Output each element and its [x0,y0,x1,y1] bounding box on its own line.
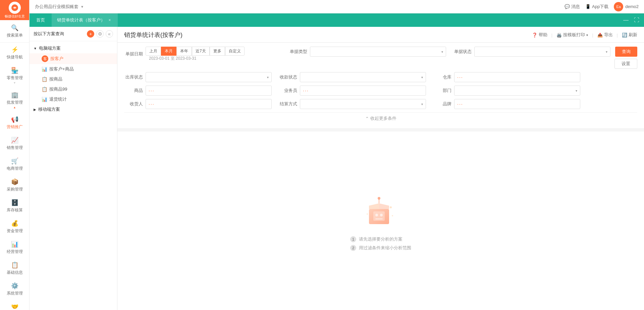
sidebar-item-system[interactable]: ⚙️ 系统管理 [0,279,30,300]
help-label: 帮助 [539,32,547,38]
desktop-scheme-title[interactable]: ▼ 电脑端方案 [30,43,117,53]
sidebar-item-purchase[interactable]: 📦 采购管理 [0,175,30,196]
date-btn-more[interactable]: 更多 [210,47,225,56]
doc-type-select[interactable] [310,47,446,57]
svg-marker-2 [369,203,379,209]
salesperson-label: 业务员 [278,88,300,94]
department-select[interactable] [454,86,580,96]
scheme-item-product99[interactable]: 📋 按商品99 [30,84,117,94]
app-download-btn[interactable]: 📱 App下载 [585,4,608,10]
payment-method-select[interactable] [300,99,426,109]
print-icon: 🖨️ [556,33,562,38]
search-icon: 🔍 [11,24,18,32]
collapse-more-btn[interactable]: ⌃ 收起更多条件 [124,112,637,124]
scheme-item-customer-product[interactable]: 📊 按客户+商品 [30,64,117,74]
sidebar-search[interactable]: 🔍 搜索菜单 [0,20,30,43]
return-label: 退货统计 [49,96,67,102]
tab-bar-right: — ⛶ [622,16,644,24]
workspace-arrow: ▾ [81,4,83,9]
user-profile[interactable]: Ea demo2 [614,2,639,11]
sidebar-item-operations[interactable]: 📊 经营管理 [0,237,30,258]
query-btn[interactable]: 查询 [615,47,637,57]
sidebar-item-basic[interactable]: 📋 基础信息 [0,258,30,279]
settings-icon: ⚙ [98,31,102,37]
sidebar-item-quick-nav[interactable]: ⚡ 快捷导航 [0,43,30,63]
receiver-select[interactable]: ··· [146,99,272,109]
settings-btn[interactable]: 设置 [614,59,637,69]
marketing-icon: 📢 [11,116,18,123]
sidebar-item-inventory[interactable]: 🗄️ 库存核算 [0,196,30,216]
left-panel-title: 按以下方案查询 [34,31,64,37]
svg-point-11 [367,213,368,215]
filter-area: 单据日期 上月 本月 本年 近7天 更多 自定义 2023-03-01 至 20… [117,43,644,128]
purchase-icon: 📦 [11,178,18,186]
scheme-item-customer[interactable]: 客 按客户 [30,53,117,64]
receiver-label: 收货人 [124,101,146,107]
finance-icon: 💰 [11,220,18,227]
sidebar-item-enterprise[interactable]: 🤝 企业协同 [0,300,30,310]
operations-icon: 📊 [11,241,18,248]
svg-point-5 [375,214,378,216]
refresh-btn[interactable]: 🔄 刷新 [622,32,637,38]
scheme-item-icon: 客 [42,55,48,62]
message-btn[interactable]: 💬 消息 [565,4,580,10]
brand-select[interactable]: ··· [454,99,580,109]
tab-maximize-btn[interactable]: ⛶ [633,16,641,24]
page-header: 销货单统计表(按客户) ❓ 帮助 | 🖨️ 按模板打印 ▾ | 📤 [117,27,644,43]
date-btn-custom[interactable]: 自定义 [225,47,245,56]
sidebar: 畅捷信好生意 🔍 搜索菜单 ⚡ 快捷导航 🏪 零售管理 ▾ 🏢 批发管理 ▴ 📢… [0,0,30,310]
out-status-select[interactable] [146,72,272,82]
date-btn-this-year[interactable]: 本年 [176,47,192,56]
maximize-icon: ⛶ [634,17,639,23]
tab-sales-stats[interactable]: 销货单统计表（按客户） × [52,13,118,27]
date-btn-this-month[interactable]: 本月 [161,47,176,56]
wholesale-label: 批发管理 [7,100,23,105]
date-btn-last-month[interactable]: 上月 [146,47,161,56]
empty-tip-1: 1 请先选择要分析的方案 [350,236,411,242]
right-content: 销货单统计表(按客户) ❓ 帮助 | 🖨️ 按模板打印 ▾ | 📤 [117,27,644,310]
salesperson-select[interactable]: ··· [300,86,426,96]
brand-dots: ··· [457,101,463,107]
tab-home[interactable]: 首页 [30,13,52,27]
mobile-scheme-label: 移动端方案 [38,106,60,112]
help-icon: ❓ [532,33,537,38]
product-select[interactable]: ··· [146,86,272,96]
tab-minimize-btn[interactable]: — [622,16,630,24]
sidebar-item-sales[interactable]: 📈 销售管理 [0,133,30,154]
collapse-panel-btn[interactable]: « [106,30,113,38]
warehouse-dots: ··· [457,74,463,80]
mobile-scheme-title[interactable]: ▶ 移动端方案 [30,104,117,114]
scheme-item-return[interactable]: 📊 退货统计 [30,94,117,104]
app-download-icon: 📱 [585,4,591,9]
top-header: 办公用品行业模拟账套 ▾ 💬 消息 📱 App下载 Ea demo2 [30,0,644,13]
sidebar-item-marketing[interactable]: 📢 营销推广 [0,112,30,133]
sidebar-item-wholesale[interactable]: 🏢 批发管理 ▴ [0,88,30,112]
brand-label: 品牌 [433,101,454,107]
warehouse-select[interactable]: ··· [454,72,580,82]
doc-status-select[interactable] [474,47,610,57]
receipt-status-select[interactable] [300,72,426,82]
basic-icon: 📋 [11,261,18,269]
date-btn-7days[interactable]: 近7天 [192,47,210,56]
ecommerce-icon: 🛒 [11,157,18,165]
sidebar-item-ecommerce[interactable]: 🛒 电商管理 [0,154,30,175]
app-download-label: App下载 [592,4,608,10]
refresh-icon: 🔄 [622,33,627,38]
desktop-scheme-label: 电脑端方案 [39,45,61,51]
prod-icon: 📋 [42,76,47,82]
sidebar-item-retail[interactable]: 🏪 零售管理 ▾ [0,63,30,88]
add-scheme-btn[interactable]: + [87,30,94,38]
left-panel-header: 按以下方案查询 + ⚙ « [30,27,117,41]
date-range-text: 2023-03-01 至 2023-03-31 [149,56,196,61]
print-btn[interactable]: 🖨️ 按模板打印 ▾ [556,32,588,38]
tab-close-btn[interactable]: × [107,17,112,23]
scheme-item-product[interactable]: 📋 按商品 [30,74,117,84]
empty-tip-2: 2 用过滤条件来缩小分析范围 [350,245,411,251]
inventory-icon: 🗄️ [11,199,18,206]
sidebar-item-finance[interactable]: 💰 资金管理 [0,216,30,237]
settings-scheme-btn[interactable]: ⚙ [96,30,104,38]
export-btn[interactable]: 📤 导出 [597,32,613,38]
help-btn[interactable]: ❓ 帮助 [532,32,547,38]
content-area: 按以下方案查询 + ⚙ « ▼ 电脑端方案 [30,27,644,310]
divider2: | [592,33,593,38]
